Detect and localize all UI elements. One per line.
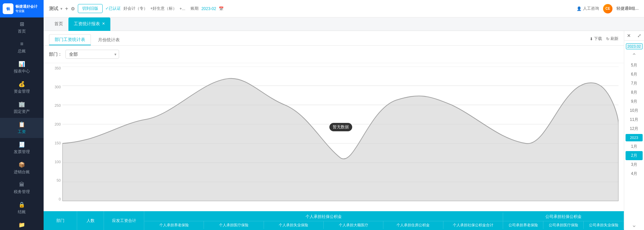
period-value: 2023-02 [201, 6, 216, 11]
refresh-label: 刷新 [610, 36, 619, 42]
dept-select-wrapper: 全部 部门一 部门二 ▾ [65, 50, 119, 59]
sidebar-logo: 畅 畅捷通好会计 专业版 [0, 0, 44, 17]
general-ledger-icon: ≡ [20, 41, 23, 47]
period-label: 账期 [191, 6, 199, 11]
topbar-badges: ✓已认证 好会计（专） +好生意（标） +... 账期 2023-02 📅 [105, 6, 224, 11]
logo-icon: 畅 [3, 3, 13, 14]
tab-salary-stats-label: 工资统计报表 [74, 21, 100, 27]
month-12[interactable]: 12月 [624, 124, 644, 133]
month-10[interactable]: 10月 [624, 106, 644, 115]
download-btn[interactable]: ⬇ 下载 [590, 36, 602, 42]
col-group-personal-subs: 个人承担养老保险 个人承担医疗保险 个人承担失业保险 个人承担大额医疗 个人承担… [144, 221, 503, 229]
col-group-personal-header: 个人承担社保公积金 [144, 213, 503, 221]
add-icon[interactable]: + [65, 6, 68, 12]
filter-bar: 部门： 全部 部门一 部门二 ▾ [44, 46, 624, 63]
col-personal-pension: 个人承担养老保险 [144, 221, 204, 229]
refresh-btn[interactable]: ↻ 刷新 [606, 36, 619, 42]
topbar-right: 👤 人工咨询 CE 轻捷通B组... [577, 4, 639, 13]
logo-text: 畅捷通好会计 专业版 [15, 4, 38, 13]
topbar: 测试 ▾ + ⚙ 切到旧版 ✓已认证 好会计（专） +好生意（标） +... 账… [44, 0, 644, 17]
refresh-icon: ↻ [606, 37, 609, 41]
sidebar-item-label-reports: 报表中心 [14, 68, 30, 74]
month-7[interactable]: 7月 [624, 79, 644, 88]
gear-icon[interactable]: ⚙ [71, 6, 75, 11]
sidebar-item-closing[interactable]: 🔒 结账 [0, 198, 44, 218]
y-label-200: 200 [49, 123, 61, 126]
close-tab-icon[interactable]: ✕ [102, 21, 105, 26]
month-9[interactable]: 9月 [624, 97, 644, 106]
panel-expand-icon[interactable]: ⤢ [637, 33, 641, 38]
sidebar-item-sales[interactable]: 📦 进销台账 [0, 158, 44, 178]
col-personal-medical: 个人承担医疗保险 [204, 221, 264, 229]
sub-tab-monthly[interactable]: 月份统计表 [92, 35, 125, 45]
dept-filter-label: 部门： [49, 51, 62, 57]
tabs-bar: 首页 工资统计报表 ✕ [44, 17, 644, 31]
chart-svg [62, 66, 619, 201]
right-panel: ✕ ⤢ 2023.02 ⌃ 5月 6月 7月 8月 9月 10月 11月 12月… [624, 31, 644, 230]
month-scroll: 5月 6月 7月 8月 9月 10月 11月 12月 2023 1月 2月 3月… [624, 61, 644, 220]
dept-select[interactable]: 全部 部门一 部门二 [65, 50, 119, 59]
logo-line2: 专业版 [15, 9, 38, 13]
help-btn[interactable]: 👤 人工咨询 [577, 6, 599, 11]
calendar-icon[interactable]: 📅 [219, 6, 224, 11]
month-1[interactable]: 1月 [624, 142, 644, 151]
month-5[interactable]: 5月 [624, 61, 644, 70]
col-personal-housing: 个人承担住房公积金 [383, 221, 443, 229]
main-content: 部门工资统计表 月份统计表 ⬇ 下载 ↻ 刷新 [44, 31, 624, 230]
month-6[interactable]: 6月 [624, 70, 644, 79]
chevron-down-icon: ▾ [60, 6, 62, 11]
month-11[interactable]: 11月 [624, 115, 644, 124]
year-label[interactable]: 2023.02 [626, 43, 643, 49]
month-2-active[interactable]: 2月 [626, 151, 643, 160]
more-badge: +... [179, 6, 185, 11]
col-personal-total: 个人承担社保公积金合计 [443, 221, 503, 229]
chart-area: 350 300 250 200 150 100 50 0 [44, 63, 624, 211]
switch-old-btn[interactable]: 切到旧版 [78, 4, 103, 13]
download-label: 下载 [594, 36, 602, 42]
sidebar-item-label-sales: 进销台账 [14, 169, 30, 175]
sidebar-item-reports[interactable]: 📊 报表中心 [0, 57, 44, 78]
logo-line1: 畅捷通好会计 [15, 4, 38, 9]
col-group-company-subs: 公司承担养老保险 公司承担医疗保险 公司承担失业保险 [503, 221, 624, 229]
col-personal-unemploy: 个人承担失业保险 [264, 221, 324, 229]
col-dept: 部门 [44, 211, 77, 230]
panel-nav-down[interactable]: ⌄ [632, 220, 637, 230]
download-icon: ⬇ [590, 37, 593, 41]
y-label-350: 350 [49, 66, 61, 70]
closing-icon: 🔒 [18, 201, 25, 208]
funds-icon: 💰 [18, 81, 25, 87]
sidebar-item-funds[interactable]: 💰 资金管理 [0, 78, 44, 98]
sidebar-item-tax[interactable]: 🏛 税务管理 [0, 178, 44, 198]
sidebar-item-salary[interactable]: 📋 工资 [0, 118, 44, 138]
month-4[interactable]: 4月 [624, 169, 644, 178]
sidebar-item-general-ledger[interactable]: ≡ 总账 [0, 38, 44, 57]
sidebar-item-home[interactable]: ⊞ 首页 [0, 17, 44, 38]
sidebar-item-label-fixed-assets: 固定资产 [14, 109, 30, 114]
month-8[interactable]: 8月 [624, 88, 644, 97]
y-label-250: 250 [49, 104, 61, 107]
panel-nav-up[interactable]: ⌃ [632, 51, 637, 61]
tab-home[interactable]: 首页 [49, 17, 68, 31]
sidebar-nav: ⊞ 首页 ≡ 总账 📊 报表中心 💰 资金管理 🏢 固定资产 📋 工资 🧾 发票… [0, 17, 44, 230]
tab-salary-stats[interactable]: 工资统计报表 ✕ [68, 17, 110, 31]
chart-y-labels: 350 300 250 200 150 100 50 0 [49, 66, 61, 201]
month-3[interactable]: 3月 [624, 160, 644, 169]
sub-tab-dept-label: 部门工资统计表 [55, 37, 85, 42]
sidebar-item-label-invoice: 发票管理 [14, 149, 30, 155]
company-selector[interactable]: 测试 ▾ [49, 6, 62, 12]
y-label-50: 50 [49, 179, 61, 182]
col-group-personal: 个人承担社保公积金 个人承担养老保险 个人承担医疗保险 个人承担失业保险 个人承… [144, 213, 503, 229]
col-company-medical: 公司承担医疗保险 [543, 221, 584, 229]
sidebar-item-invoice[interactable]: 🧾 发票管理 [0, 138, 44, 158]
sidebar-item-fixed-assets[interactable]: 🏢 固定资产 [0, 98, 44, 118]
col-dept-label: 部门 [56, 218, 64, 224]
sidebar-item-archive[interactable]: 📁 归档管理 [0, 218, 44, 230]
panel-close-icon[interactable]: ✕ [627, 33, 631, 38]
col-company-pension: 公司承担养老保险 [503, 221, 543, 229]
col-count: 人数 [77, 211, 104, 230]
sidebar-item-label-funds: 资金管理 [14, 89, 30, 94]
account-type2: +好生意（标） [150, 6, 177, 11]
main: 测试 ▾ + ⚙ 切到旧版 ✓已认证 好会计（专） +好生意（标） +... 账… [44, 0, 644, 230]
sidebar-item-label-tax: 税务管理 [14, 189, 30, 195]
sub-tab-dept[interactable]: 部门工资统计表 [49, 34, 91, 45]
